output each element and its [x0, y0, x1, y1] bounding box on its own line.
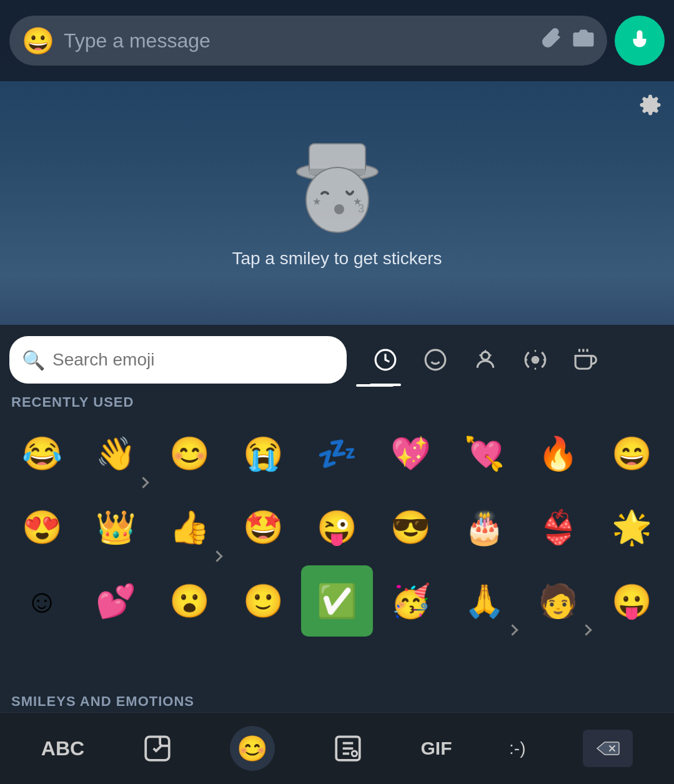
emoji-cell[interactable]: 🌟: [597, 492, 668, 563]
search-emoji-input[interactable]: [52, 350, 334, 370]
mic-button[interactable]: [615, 16, 665, 66]
gif-label: GIF: [421, 738, 452, 759]
search-box[interactable]: 🔍: [9, 336, 347, 384]
emoji-cell[interactable]: 👍: [154, 492, 225, 563]
emoji-cell[interactable]: 😄: [597, 418, 668, 489]
keyboard-sticker-button[interactable]: [142, 733, 173, 764]
smileys-emotions-title: SMILEYS AND EMOTIONS: [0, 692, 674, 712]
delete-icon: [596, 740, 620, 757]
attach-icon[interactable]: [540, 27, 563, 55]
emoji-cell[interactable]: 👑: [80, 492, 151, 563]
memo-keyboard-icon: [332, 733, 364, 764]
abc-label: ABC: [41, 737, 84, 760]
keyboard-abc-button[interactable]: ABC: [41, 737, 84, 760]
emoji-cell[interactable]: 🧑: [523, 565, 594, 637]
svg-line-15: [489, 355, 491, 356]
svg-line-16: [480, 355, 482, 356]
camera-icon[interactable]: [572, 27, 595, 55]
emoji-cell[interactable]: 😊: [154, 418, 225, 489]
emoji-cell[interactable]: 🙂: [227, 565, 299, 637]
tab-smileys[interactable]: [410, 336, 460, 384]
emoji-cell[interactable]: 💤: [301, 418, 372, 489]
recently-used-title: RECENTLY USED: [0, 387, 674, 413]
emoji-cell[interactable]: 😜: [301, 492, 372, 563]
emoji-keyboard-icon: 😊: [237, 734, 268, 763]
svg-text:★: ★: [312, 196, 321, 207]
tab-activities[interactable]: [510, 336, 560, 384]
emoji-cell[interactable]: 🤩: [227, 492, 299, 563]
message-input-container: 😀 Type a message: [9, 16, 607, 66]
emoji-cell[interactable]: 🔥: [523, 418, 594, 489]
svg-point-0: [580, 35, 587, 42]
tab-underline: [9, 384, 665, 387]
emoji-cell[interactable]: 😍: [6, 492, 77, 563]
svg-point-5: [334, 204, 344, 214]
emoji-cell[interactable]: 💕: [80, 565, 151, 637]
keyboard-gif-button[interactable]: GIF: [421, 738, 452, 759]
svg-point-13: [482, 352, 490, 360]
tab-food[interactable]: [560, 336, 610, 384]
settings-icon[interactable]: [639, 94, 662, 122]
svg-point-18: [534, 359, 536, 360]
emoji-picker-button[interactable]: 😀: [22, 26, 54, 56]
emoji-cell[interactable]: 😭: [227, 418, 299, 489]
sticker-keyboard-icon: [142, 733, 173, 764]
keyboard-delete-button[interactable]: [583, 730, 633, 767]
tab-recent[interactable]: [360, 336, 410, 384]
emoji-cell[interactable]: 🙏: [449, 565, 520, 637]
emoji-grid: 😂 👋 😊 😭 💤 💖 💘 🔥 😄 😍 👑 👍 🤩 😜 😎 🎂 👙 🌟 ☺️ 💕…: [0, 413, 674, 692]
svg-text:3: 3: [358, 202, 364, 215]
svg-point-24: [352, 751, 357, 756]
keyboard-bar: ABC 😊 GIF :-): [0, 712, 674, 784]
keyboard-emoticon-button[interactable]: :-): [509, 738, 525, 758]
emoticon-label: :-): [509, 738, 525, 758]
search-tabs-row: 🔍: [0, 325, 674, 384]
svg-point-10: [425, 350, 445, 370]
search-icon: 🔍: [22, 349, 45, 371]
keyboard-memo-button[interactable]: [332, 733, 364, 764]
emoji-cell[interactable]: 👋: [80, 418, 151, 489]
message-placeholder: Type a message: [64, 29, 531, 52]
emoji-cell[interactable]: 💖: [375, 418, 447, 489]
emoji-cell[interactable]: 🥳: [375, 565, 447, 637]
emoji-cell[interactable]: 😮: [154, 565, 225, 637]
emoji-cell[interactable]: 💘: [449, 418, 520, 489]
sticker-area-label: Tap a smiley to get stickers: [232, 249, 442, 269]
emoji-cell[interactable]: 😛: [597, 565, 668, 637]
emoji-cell[interactable]: 😎: [375, 492, 447, 563]
emoji-cell[interactable]: 👙: [523, 492, 594, 563]
message-bar: 😀 Type a message: [0, 0, 674, 81]
sticker-preview[interactable]: ★ ★ 3: [287, 137, 387, 237]
emoji-cell[interactable]: 🎂: [449, 492, 520, 563]
emoji-cell[interactable]: ☺️: [6, 565, 77, 637]
keyboard-emoji-button[interactable]: 😊: [230, 726, 275, 771]
emoji-cell[interactable]: ✅: [301, 565, 372, 637]
sticker-area: ★ ★ 3 Tap a smiley to get stickers: [0, 81, 674, 325]
emoji-tabs: [355, 336, 610, 384]
emoji-cell[interactable]: 😂: [6, 418, 77, 489]
emoji-panel: 🔍: [0, 325, 674, 784]
tab-people[interactable]: [460, 336, 510, 384]
